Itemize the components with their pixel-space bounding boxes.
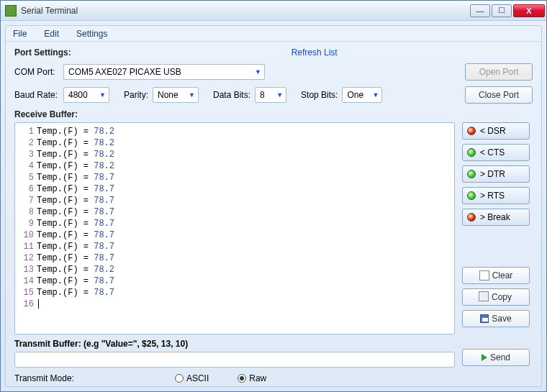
buffer-line: 5Temp.(F) = 78.7 (19, 172, 450, 183)
buffer-line: 7Temp.(F) = 78.7 (19, 195, 450, 206)
buffer-line: 16 (19, 298, 450, 310)
chevron-down-icon: ▼ (99, 91, 106, 99)
parity-value: None (158, 90, 178, 100)
buffer-line: 3Temp.(F) = 78.2 (19, 149, 450, 160)
buffer-line: 11Temp.(F) = 78.7 (19, 241, 450, 252)
dtr-indicator[interactable]: > DTR (462, 165, 530, 183)
clear-button[interactable]: Clear (462, 267, 530, 284)
maximize-button[interactable]: ☐ (492, 4, 512, 17)
data-bits-label: Data Bits: (213, 90, 250, 100)
baud-rate-value: 4800 (68, 90, 88, 100)
radio-raw-label: Raw (249, 373, 266, 383)
copy-button[interactable]: Copy (462, 288, 530, 306)
com-port-value: COM5 AXE027 PICAXE USB (68, 67, 181, 77)
disk-icon (480, 314, 489, 323)
stop-bits-value: One (347, 90, 363, 100)
buffer-line: 1Temp.(F) = 78.2 (19, 126, 450, 137)
close-button[interactable]: X (513, 4, 545, 17)
break-indicator[interactable]: > Break (462, 209, 530, 226)
data-bits-select[interactable]: 8 ▼ (255, 87, 286, 103)
minimize-button[interactable]: — (470, 4, 490, 17)
led-icon (467, 191, 476, 200)
menu-file[interactable]: File (10, 27, 30, 40)
parity-label: Parity: (124, 90, 148, 100)
buffer-line: 8Temp.(F) = 78.7 (19, 206, 450, 218)
radio-icon (175, 374, 184, 383)
buffer-line: 13Temp.(F) = 78.2 (19, 264, 450, 275)
buffer-line: 6Temp.(F) = 78.7 (19, 183, 450, 195)
buffer-line: 9Temp.(F) = 78.7 (19, 218, 450, 229)
chevron-down-icon: ▼ (189, 91, 195, 99)
transmit-mode-label: Transmit Mode: (14, 373, 74, 383)
parity-select[interactable]: None ▼ (153, 87, 199, 103)
radio-icon (238, 374, 246, 383)
close-port-button[interactable]: Close Port (465, 86, 533, 104)
play-icon (482, 354, 487, 361)
buffer-line: 12Temp.(F) = 78.7 (19, 252, 450, 264)
receive-buffer-heading: Receive Buffer: (14, 109, 533, 119)
led-icon (467, 127, 476, 135)
radio-raw[interactable]: Raw (238, 373, 266, 383)
buffer-line: 15Temp.(F) = 78.7 (19, 287, 450, 298)
app-icon (5, 5, 17, 17)
com-port-label: COM Port: (14, 67, 59, 77)
radio-ascii-label: ASCII (186, 373, 209, 383)
com-port-select[interactable]: COM5 AXE027 PICAXE USB ▼ (63, 64, 265, 80)
transmit-buffer-heading: Transmit Buffer: (e.g "Value=", $25, 13,… (14, 339, 455, 349)
chevron-down-icon: ▼ (255, 68, 261, 76)
port-settings-heading: Port Settings: (14, 47, 71, 58)
page-icon (479, 270, 489, 281)
cts-indicator[interactable]: < CTS (462, 144, 530, 161)
open-port-button[interactable]: Open Port (465, 63, 533, 81)
save-button[interactable]: Save (462, 310, 530, 327)
transmit-input[interactable] (14, 352, 455, 368)
refresh-list-link[interactable]: Refresh List (291, 47, 338, 58)
led-icon (467, 148, 476, 157)
radio-ascii[interactable]: ASCII (175, 373, 209, 383)
led-icon (467, 213, 476, 222)
baud-rate-label: Baud Rate: (14, 90, 59, 100)
window-title: Serial Terminal (21, 6, 469, 16)
buffer-line: 4Temp.(F) = 78.2 (19, 160, 450, 172)
stop-bits-select[interactable]: One ▼ (342, 87, 382, 103)
receive-buffer-text[interactable]: 1Temp.(F) = 78.22Temp.(F) = 78.23Temp.(F… (14, 122, 455, 334)
menu-settings[interactable]: Settings (73, 27, 110, 40)
buffer-line: 2Temp.(F) = 78.2 (19, 137, 450, 149)
dsr-indicator[interactable]: < DSR (462, 122, 530, 140)
menu-edit[interactable]: Edit (41, 27, 62, 40)
titlebar: Serial Terminal — ☐ X (1, 1, 546, 21)
buffer-line: 10Temp.(F) = 78.7 (19, 229, 450, 241)
copy-icon (480, 293, 489, 301)
data-bits-value: 8 (260, 90, 265, 100)
chevron-down-icon: ▼ (276, 91, 283, 99)
stop-bits-label: Stop Bits: (301, 90, 338, 100)
rts-indicator[interactable]: > RTS (462, 187, 530, 204)
buffer-line: 14Temp.(F) = 78.7 (19, 275, 450, 287)
send-button[interactable]: Send (462, 349, 530, 366)
led-icon (467, 170, 476, 178)
chevron-down-icon: ▼ (372, 91, 379, 99)
menubar: File Edit Settings (6, 26, 541, 42)
baud-rate-select[interactable]: 4800 ▼ (63, 87, 109, 103)
